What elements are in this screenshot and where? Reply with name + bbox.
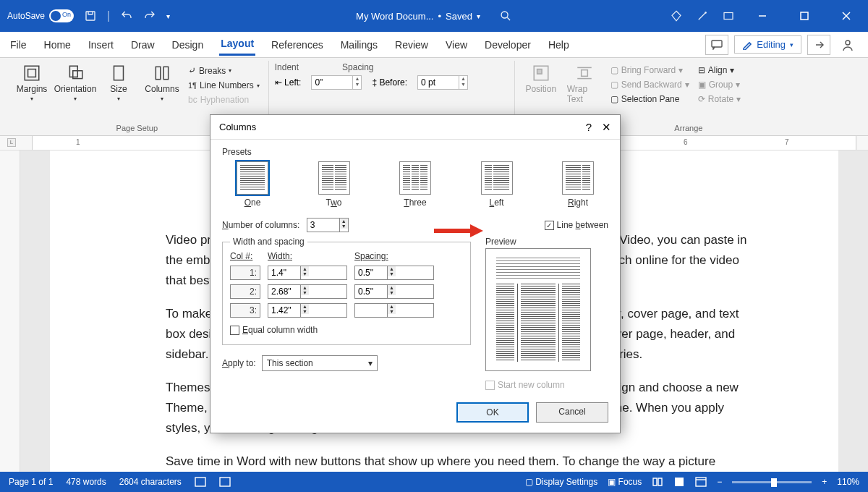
num-cols-label: Number of columns:	[222, 220, 299, 230]
dialog-help-button[interactable]: ?	[586, 121, 592, 134]
status-page[interactable]: Page 1 of 1	[9, 477, 53, 487]
start-new-column-checkbox: Start new column	[485, 380, 565, 390]
width-1-input[interactable]: ▲▼	[268, 266, 347, 280]
equal-width-checkbox[interactable]: Equal column width	[230, 325, 318, 335]
save-status: Saved	[446, 11, 472, 22]
spacing-2-input[interactable]: ▲▼	[354, 284, 434, 299]
preset-two[interactable]: Two	[318, 161, 350, 208]
spacing-before-input[interactable]: ▲▼	[417, 75, 468, 90]
svg-rect-24	[195, 478, 205, 486]
rotate-button: ⟳ Rotate ▾	[695, 93, 744, 106]
send-backward-button: ▢ Send Backward ▾	[608, 78, 692, 91]
svg-rect-14	[114, 66, 124, 80]
line-numbers-button[interactable]: 1¶Line Numbers▾	[185, 79, 263, 92]
maximize-button[interactable]	[790, 0, 819, 32]
close-button[interactable]	[832, 0, 861, 32]
display-settings-button[interactable]: ▢ Display Settings	[525, 477, 597, 487]
width-2-input[interactable]: ▲▼	[268, 284, 347, 299]
align-button[interactable]: ⊟ Align ▾	[695, 64, 744, 77]
print-layout-icon[interactable]	[673, 477, 685, 487]
web-layout-icon[interactable]	[695, 477, 707, 487]
col-num-header: Col #:	[230, 251, 260, 261]
svg-rect-15	[156, 67, 161, 79]
read-mode-icon[interactable]	[652, 477, 663, 487]
tab-insert[interactable]: Insert	[87, 35, 115, 55]
ok-button[interactable]: OK	[456, 402, 529, 423]
size-button[interactable]: Size▾	[98, 61, 139, 102]
col-num-2: 2:	[230, 284, 260, 299]
title-dropdown-icon[interactable]: ▾	[477, 12, 480, 20]
spacing-label: Spacing	[342, 62, 373, 72]
tab-design[interactable]: Design	[171, 35, 205, 55]
selection-pane-button[interactable]: ▢ Selection Pane	[608, 93, 692, 106]
bring-forward-button: ▢ Bring Forward ▾	[608, 64, 692, 77]
account-icon[interactable]	[836, 35, 859, 55]
comments-button[interactable]	[705, 35, 728, 55]
line-between-checkbox[interactable]: Line between	[545, 220, 608, 230]
hyphenation-button[interactable]: bcHyphenation	[185, 93, 263, 106]
tab-mailings[interactable]: Mailings	[339, 35, 379, 55]
preset-one[interactable]: One	[237, 161, 268, 208]
columns-button[interactable]: Columns▾	[142, 61, 182, 102]
status-chars[interactable]: 2604 characters	[119, 477, 182, 487]
minimize-button[interactable]	[748, 0, 777, 32]
width-spacing-group: Width and spacing Col #: Width: Spacing:…	[222, 237, 471, 345]
focus-button[interactable]: ▣ Focus	[608, 477, 642, 487]
tab-help[interactable]: Help	[547, 35, 571, 55]
accessibility-icon[interactable]	[219, 477, 231, 487]
zoom-out-button[interactable]: −	[717, 477, 722, 487]
tab-review[interactable]: Review	[393, 35, 430, 55]
margins-button[interactable]: Margins▾	[12, 61, 52, 102]
redo-icon[interactable]	[143, 9, 156, 22]
paragraph[interactable]: Save time in Word with new buttons that …	[166, 451, 752, 472]
zoom-in-button[interactable]: +	[822, 477, 827, 487]
status-words[interactable]: 478 words	[66, 477, 106, 487]
dialog-close-button[interactable]: ✕	[602, 121, 611, 134]
diamond-icon[interactable]	[670, 9, 683, 22]
spellcheck-icon[interactable]	[195, 477, 206, 487]
dialog-title: Columns	[219, 122, 256, 132]
cancel-button[interactable]: Cancel	[536, 402, 608, 423]
preset-three[interactable]: Three	[399, 161, 431, 208]
editing-mode-button[interactable]: Editing ▾	[734, 35, 801, 54]
wand-icon[interactable]	[696, 9, 709, 22]
indent-label: Indent	[275, 62, 299, 72]
group-button: ▣ Group ▾	[695, 78, 744, 91]
position-button: Position	[521, 61, 561, 94]
tab-references[interactable]: References	[270, 35, 325, 55]
width-header: Width:	[268, 251, 347, 261]
undo-icon[interactable]	[120, 9, 133, 22]
search-icon[interactable]	[499, 9, 512, 22]
zoom-slider[interactable]	[732, 481, 812, 483]
spacing-3-input[interactable]: ▲▼	[354, 303, 434, 318]
chevron-down-icon: ▾	[368, 358, 373, 368]
autosave-toggle[interactable]: On	[49, 9, 74, 22]
preset-left[interactable]: Left	[481, 161, 513, 208]
svg-point-1	[501, 12, 508, 18]
svg-rect-12	[69, 66, 77, 77]
tab-home[interactable]: Home	[43, 35, 72, 55]
tab-view[interactable]: View	[444, 35, 469, 55]
preset-right[interactable]: Right	[562, 161, 594, 208]
apply-to-select[interactable]: This section▾	[262, 355, 378, 371]
app-icon[interactable]	[722, 9, 735, 22]
zoom-level[interactable]: 110%	[837, 477, 859, 487]
tab-file[interactable]: File	[9, 35, 28, 55]
breaks-button[interactable]: ⤶Breaks▾	[185, 64, 263, 77]
tab-draw[interactable]: Draw	[129, 35, 156, 55]
presets-label: Presets	[222, 147, 608, 157]
spacing-1-input[interactable]: ▲▼	[354, 266, 434, 280]
qat-dropdown-icon[interactable]: ▾	[166, 12, 170, 20]
num-cols-input[interactable]: ▲▼	[307, 218, 349, 232]
indent-left-input[interactable]: ▲▼	[311, 75, 362, 90]
width-3-input[interactable]: ▲▼	[268, 303, 347, 318]
svg-rect-0	[86, 12, 95, 20]
save-icon[interactable]	[84, 9, 97, 22]
apply-to-label: Apply to:	[222, 358, 256, 368]
pencil-icon	[742, 40, 752, 50]
vertical-ruler[interactable]	[0, 150, 20, 472]
share-button[interactable]	[807, 35, 830, 55]
tab-layout[interactable]: Layout	[219, 33, 255, 56]
orientation-button[interactable]: Orientation▾	[55, 61, 95, 102]
tab-developer[interactable]: Developer	[483, 35, 532, 55]
